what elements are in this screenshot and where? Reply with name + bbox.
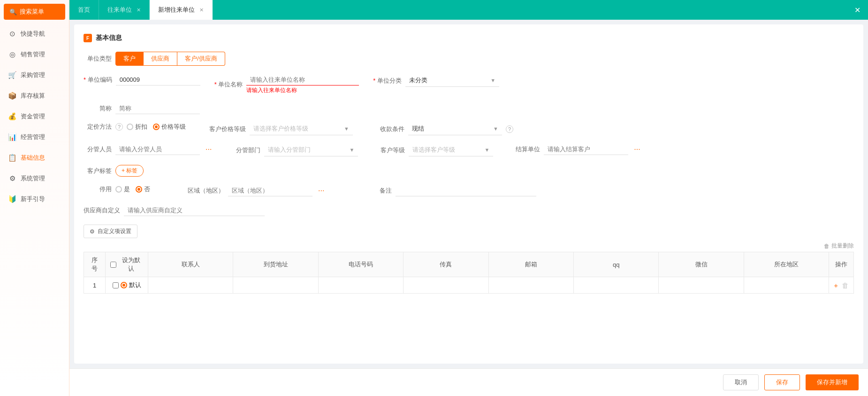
customer-level-select[interactable]: 请选择客户等级 ▼ — [409, 144, 493, 156]
pricing-discount-radio[interactable]: 折扣 — [127, 123, 147, 131]
custom-settings-button[interactable]: ⚙ 自定义项设置 — [84, 225, 137, 238]
contact-input[interactable] — [153, 282, 228, 289]
region-more-icon[interactable]: ··· — [316, 186, 326, 195]
address-input[interactable] — [238, 282, 313, 289]
qq-input[interactable] — [579, 282, 654, 289]
supplier-custom-input[interactable] — [124, 205, 265, 216]
tab-contacts[interactable]: 往来单位 ✕ — [99, 0, 150, 20]
row-region[interactable] — [744, 277, 829, 294]
wechat-input[interactable] — [663, 282, 739, 289]
type-btn-supplier[interactable]: 供应商 — [144, 52, 177, 66]
tab-close-icon[interactable]: ✕ — [199, 7, 204, 13]
short-name-group: 简称 — [84, 103, 200, 114]
type-btn-both[interactable]: 客户/供应商 — [177, 52, 225, 66]
radio-circle-checked — [136, 186, 142, 193]
gear-icon: ⚙ — [90, 228, 95, 235]
settlement-unit-input[interactable] — [544, 144, 628, 155]
row-phone[interactable] — [318, 277, 403, 294]
sidebar-item-purchase[interactable]: 🛒 采购管理 — [0, 65, 69, 85]
pricing-group: 定价方法 ? 折扣 价格等级 — [84, 123, 186, 131]
row-checkbox[interactable] — [113, 282, 119, 288]
short-name-input[interactable] — [115, 103, 200, 114]
save-and-new-button[interactable]: 保存并新增 — [806, 374, 859, 390]
window-close-button[interactable]: ✕ — [847, 0, 868, 20]
row-email[interactable] — [488, 277, 573, 294]
payment-terms-group: 收款条件 现结 ▼ ? — [376, 123, 513, 135]
sidebar-item-operations[interactable]: 📊 经营管理 — [0, 127, 69, 148]
col-default-label: 设为默认 — [119, 256, 143, 273]
note-input[interactable] — [396, 185, 536, 196]
unit-name-group: 单位名称 请输入往来单位名称 — [214, 74, 359, 94]
department-select[interactable]: 请输入分管部门 ▼ — [264, 144, 358, 156]
unit-name-input[interactable] — [246, 74, 359, 85]
row-wechat[interactable] — [659, 277, 744, 294]
sidebar-item-inventory[interactable]: 📦 库存核算 — [0, 85, 69, 106]
unit-category-select[interactable]: 未分类 ▼ — [405, 74, 499, 87]
supplier-custom-group: 供应商自定义 — [84, 205, 265, 216]
unit-type-row: 单位类型 客户 供应商 客户/供应商 — [84, 52, 854, 66]
row-fax[interactable] — [404, 277, 488, 294]
sidebar-item-sales[interactable]: ◎ 销售管理 — [0, 44, 69, 65]
disabled-yes-radio[interactable]: 是 — [115, 185, 130, 194]
sidebar-item-finance[interactable]: 💰 资金管理 — [0, 106, 69, 127]
manager-group: 分管人员 ··· — [84, 144, 213, 155]
sidebar-item-label: 资金管理 — [21, 112, 45, 121]
unit-code-input[interactable] — [116, 74, 200, 85]
supplier-custom-row: 供应商自定义 — [84, 205, 854, 216]
batch-delete-button[interactable]: 🗑 批量删除 — [824, 242, 854, 250]
sidebar-item-system[interactable]: ⚙ 系统管理 — [0, 168, 69, 189]
chevron-down-icon: ▼ — [490, 78, 495, 83]
payment-terms-select[interactable]: 现结 ▼ — [408, 123, 502, 135]
default-radio[interactable] — [121, 282, 127, 288]
inventory-icon: 📦 — [8, 91, 17, 101]
save-button[interactable]: 保存 — [764, 374, 800, 390]
row-region-input[interactable] — [749, 282, 824, 289]
radio-label: 否 — [144, 185, 150, 194]
add-row-button[interactable]: + — [834, 281, 838, 289]
region-input[interactable] — [228, 185, 312, 196]
settlement-unit-more-icon[interactable]: ··· — [632, 145, 642, 154]
batch-delete-area: 🗑 批量删除 — [84, 242, 854, 250]
sidebar-item-label: 采购管理 — [21, 71, 45, 79]
customer-price-level-select[interactable]: 请选择客户价格等级 ▼ — [250, 123, 353, 135]
fax-input[interactable] — [408, 282, 483, 289]
department-label: 分管部门 — [232, 146, 260, 155]
row-contact[interactable] — [148, 277, 233, 294]
payment-terms-help-icon[interactable]: ? — [506, 125, 513, 133]
disabled-radio-group: 是 否 — [115, 185, 150, 194]
email-input[interactable] — [494, 282, 569, 289]
region-group: 区域（地区） ··· — [188, 185, 326, 196]
delete-row-button[interactable]: 🗑 — [842, 281, 849, 289]
phone-input[interactable] — [323, 282, 398, 289]
row-qq[interactable] — [573, 277, 658, 294]
add-tag-label: + 标签 — [122, 167, 137, 175]
radio-circle — [127, 124, 133, 130]
select-all-checkbox[interactable] — [110, 262, 116, 268]
add-tag-button[interactable]: + 标签 — [115, 165, 144, 177]
manager-label: 分管人员 — [84, 145, 112, 154]
col-phone: 电话号码 — [318, 252, 403, 277]
tab-home[interactable]: 首页 — [69, 0, 99, 20]
customer-price-level-label: 客户价格等级 — [209, 125, 246, 133]
search-menu-button[interactable]: 🔍 搜索菜单 — [4, 4, 65, 20]
manager-input[interactable] — [115, 144, 200, 155]
sidebar-item-quick-nav[interactable]: ⊙ 快捷导航 — [0, 23, 69, 44]
section-icon: F — [84, 34, 92, 42]
purchase-icon: 🛒 — [8, 70, 17, 80]
pricing-help-icon[interactable]: ? — [115, 123, 123, 131]
manager-more-icon[interactable]: ··· — [204, 145, 213, 154]
col-index: 序号 — [84, 252, 106, 277]
unit-category-label: 单位分类 — [373, 77, 402, 85]
sidebar-item-label: 新手引导 — [21, 195, 45, 203]
tab-close-icon[interactable]: ✕ — [137, 7, 141, 13]
row-address[interactable] — [233, 277, 318, 294]
pricing-level-radio[interactable]: 价格等级 — [153, 123, 186, 131]
disabled-no-radio[interactable]: 否 — [136, 185, 150, 194]
sidebar-item-basic[interactable]: 📋 基础信息 — [0, 148, 69, 168]
unit-code-group: 单位编码 — [84, 74, 200, 85]
cancel-button[interactable]: 取消 — [723, 374, 759, 390]
tab-new-contact[interactable]: 新增往来单位 ✕ — [150, 0, 213, 20]
sidebar-item-guide[interactable]: 🔰 新手引导 — [0, 189, 69, 210]
search-menu-label: 搜索菜单 — [20, 8, 44, 16]
type-btn-customer[interactable]: 客户 — [115, 52, 144, 66]
